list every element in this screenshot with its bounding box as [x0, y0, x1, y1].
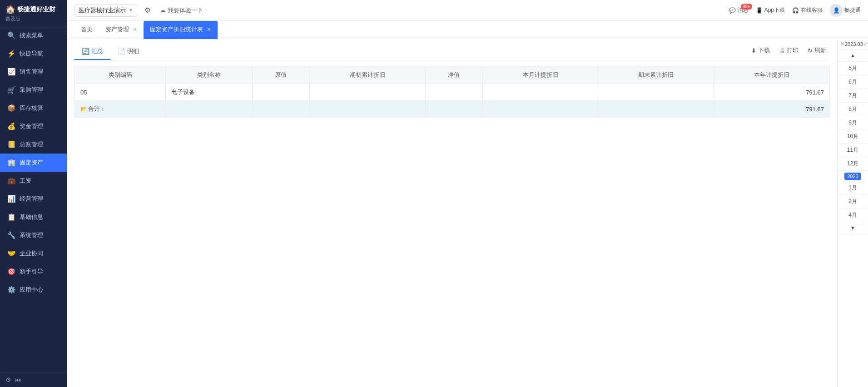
col-原值: 原值 [252, 66, 309, 84]
date-month-item[interactable]: 4月 [838, 208, 868, 222]
sidebar-item-ledger[interactable]: 📒总账管理 [0, 135, 67, 154]
settings-footer-icon[interactable]: ⚙ [5, 376, 11, 383]
sidebar-item-label: 库存核算 [20, 104, 43, 112]
search-icon: 🔍 [7, 31, 16, 40]
download-button[interactable]: ⬇ 下载 [748, 45, 774, 56]
date-month-item[interactable]: 11月 [838, 144, 868, 157]
panel-date-label: 2023.03 [845, 41, 863, 47]
date-month-item[interactable]: 1月 [838, 181, 868, 195]
panel-expand-icon[interactable]: ⤢ [863, 41, 868, 47]
online-service-button[interactable]: 🎧 在线客服 [792, 6, 823, 14]
date-month-item[interactable]: 8月 [838, 103, 868, 116]
date-month-item[interactable]: 12月 [838, 157, 868, 171]
payroll-icon: 💼 [7, 177, 16, 185]
company-selector[interactable]: 医疗器械行业演示 ▼ [74, 4, 137, 17]
sidebar-item-purchase[interactable]: 🛒采购管理 [0, 81, 67, 99]
company-name: 医疗器械行业演示 [79, 6, 126, 15]
tab-home[interactable]: 首页 [74, 21, 99, 39]
tab-asset-mgmt[interactable]: 资产管理✕ [99, 21, 144, 39]
sidebar-item-sys-mgmt[interactable]: 🔧系统管理 [0, 226, 67, 244]
sidebar-item-search[interactable]: 🔍搜索菜单 [0, 26, 67, 45]
avatar: 👤 [830, 4, 843, 17]
trial-button[interactable]: ☁ 我要体验一下 [160, 6, 203, 15]
message-button[interactable]: 💬 消息 99+ [729, 6, 749, 14]
sidebar-item-basic-info[interactable]: 📋基础信息 [0, 208, 67, 226]
sidebar-nav: 🔍搜索菜单⚡快捷导航📈销售管理🛒采购管理📦库存核算💰资金管理📒总账管理🏢固定资产… [0, 26, 67, 372]
right-panel: ✕ 2023.03 ⤢ ▲5月6月7月8月9月10月11月12月20231月2月… [837, 39, 868, 387]
tab-close-icon[interactable]: ✕ [133, 26, 137, 33]
sidebar-item-cooperation[interactable]: 🤝企业协同 [0, 244, 67, 263]
toolbar: ⬇ 下载 🖨 打印 ↻ 刷新 [748, 45, 830, 56]
detail-sub-icon: 📄 [118, 48, 125, 55]
date-month-item[interactable]: 6月 [838, 75, 868, 89]
sidebar-item-label: 资金管理 [20, 122, 43, 130]
sidebar: 🏠 畅捷通好业财 普及版 🔍搜索菜单⚡快捷导航📈销售管理🛒采购管理📦库存核算💰资… [0, 0, 67, 387]
sidebar-item-operations[interactable]: 📊经营管理 [0, 190, 67, 208]
sidebar-item-inventory[interactable]: 📦库存核算 [0, 99, 67, 117]
table-wrapper: 类别编码类别名称原值期初累计折旧净值本月计提折旧期末累计折旧本年计提折旧 05电… [74, 66, 830, 382]
date-month-item[interactable]: 2月 [838, 195, 868, 208]
main-content: 医疗器械行业演示 ▼ ⚙ ☁ 我要体验一下 💬 消息 99+ 📱 App下载 🎧… [67, 0, 868, 387]
summary-label: 合计： [88, 105, 106, 112]
col-类别编码: 类别编码 [75, 66, 166, 84]
scroll-up-button[interactable]: ▲ [838, 50, 868, 62]
fixed-assets-icon: 🏢 [7, 159, 16, 167]
sidebar-item-label: 总账管理 [20, 140, 43, 149]
app-download-button[interactable]: 📱 App下载 [756, 6, 785, 14]
download-icon: ⬇ [751, 47, 756, 54]
sidebar-item-label: 快捷导航 [20, 50, 43, 58]
col-本年计提折旧: 本年计提折旧 [714, 66, 830, 84]
sidebar-logo: 🏠 畅捷通好业财 普及版 [0, 0, 67, 26]
panel-close-button[interactable]: ✕ [840, 41, 845, 47]
sys-mgmt-icon: 🔧 [7, 231, 16, 239]
service-icon: 🎧 [792, 7, 799, 14]
col-期末累计折旧: 期末累计折旧 [598, 66, 714, 84]
tabbar: 首页资产管理✕固定资产折旧统计表✕ [67, 21, 868, 39]
refresh-button[interactable]: ↻ 刷新 [804, 45, 830, 56]
print-button[interactable]: 🖨 打印 [775, 45, 802, 56]
collapse-icon[interactable]: ⏮ [15, 376, 21, 383]
sub-tab-summary[interactable]: 🔄汇总 [74, 45, 110, 60]
scroll-down-button[interactable]: ▼ [838, 222, 868, 234]
topbar: 医疗器械行业演示 ▼ ⚙ ☁ 我要体验一下 💬 消息 99+ 📱 App下载 🎧… [67, 0, 868, 21]
col-类别名称: 类别名称 [166, 66, 252, 84]
sidebar-item-quick-nav[interactable]: ⚡快捷导航 [0, 45, 67, 63]
summary-sub-icon: 🔄 [82, 48, 89, 55]
sub-tab-detail[interactable]: 📄明细 [110, 45, 146, 60]
guide-icon: 🎯 [7, 268, 16, 276]
print-icon: 🖨 [779, 47, 785, 54]
purchase-icon: 🛒 [7, 86, 16, 94]
message-icon: 💬 [729, 7, 736, 14]
sidebar-item-label: 销售管理 [20, 68, 43, 76]
date-month-item[interactable]: 9月 [838, 116, 868, 130]
sidebar-item-payroll[interactable]: 💼工资 [0, 172, 67, 190]
sales-icon: 📈 [7, 68, 16, 76]
tab-close-icon[interactable]: ✕ [207, 26, 211, 33]
sidebar-item-app-center[interactable]: ⚙️应用中心 [0, 281, 67, 299]
sidebar-item-finance[interactable]: 💰资金管理 [0, 117, 67, 135]
summary-icon: 📂 [80, 106, 87, 112]
app-center-icon: ⚙️ [7, 286, 16, 294]
sidebar-item-guide[interactable]: 🎯新手引导 [0, 263, 67, 281]
sidebar-item-sales[interactable]: 📈销售管理 [0, 63, 67, 81]
logo-subtitle: 普及版 [5, 15, 62, 22]
sidebar-item-label: 系统管理 [20, 231, 43, 239]
sidebar-item-fixed-assets[interactable]: 🏢固定资产 [0, 154, 67, 172]
topbar-settings-icon[interactable]: ⚙ [143, 4, 153, 16]
col-期初累计折旧: 期初累计折旧 [309, 66, 425, 84]
ledger-icon: 📒 [7, 140, 16, 149]
company-arrow-icon: ▼ [129, 8, 133, 13]
sidebar-item-label: 固定资产 [20, 159, 43, 167]
date-month-item[interactable]: 5月 [838, 62, 868, 75]
sidebar-item-label: 工资 [20, 177, 31, 185]
finance-icon: 💰 [7, 122, 16, 130]
inner-content: 🔄汇总📄明细 ⬇ 下载 🖨 打印 ↻ 刷新 [67, 39, 837, 387]
user-profile[interactable]: 👤 畅捷通 [830, 4, 861, 17]
tab-label: 资产管理 [105, 25, 129, 34]
sidebar-item-label: 搜索菜单 [20, 31, 43, 40]
tab-depreciation[interactable]: 固定资产折旧统计表✕ [144, 21, 218, 39]
logo-title: 🏠 畅捷通好业财 [5, 5, 62, 15]
date-month-item[interactable]: 7月 [838, 89, 868, 103]
message-badge: 99+ [741, 4, 752, 10]
date-month-item[interactable]: 10月 [838, 130, 868, 144]
